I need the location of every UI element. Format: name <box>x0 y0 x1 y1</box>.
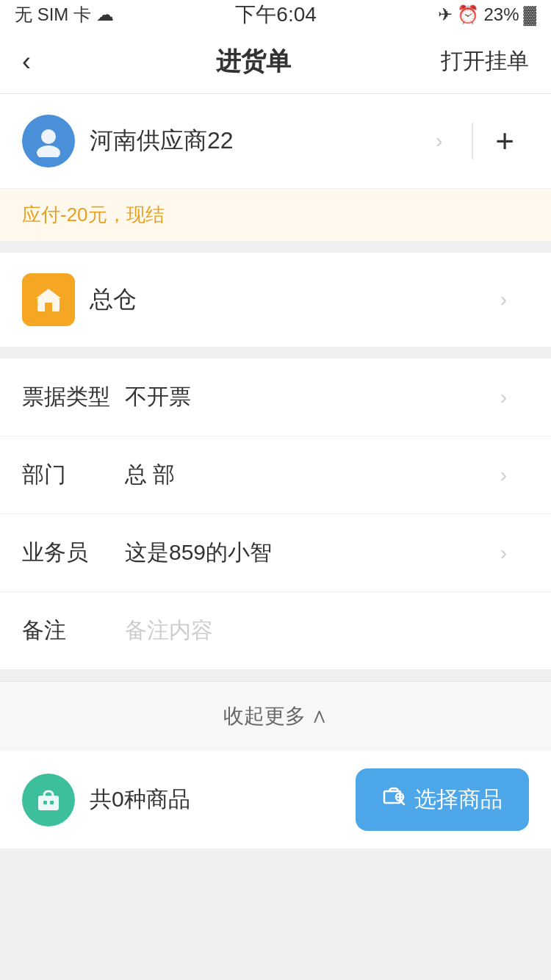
remark-input[interactable]: 备注内容 <box>110 616 529 646</box>
empty-space <box>0 849 551 980</box>
supplier-avatar <box>22 115 75 167</box>
form-row-remark[interactable]: 备注 备注内容 <box>0 592 551 669</box>
back-button[interactable]: ‹ <box>22 46 66 77</box>
select-product-button[interactable]: 选择商品 <box>356 768 529 831</box>
form-row-invoice[interactable]: 票据类型 不开票 › <box>0 359 551 436</box>
status-left: 无 SIM 卡 ☁ <box>15 3 114 26</box>
supplier-section: 河南供应商22 › + 应付-20元，现结 <box>0 94 551 241</box>
notice-text: 应付-20元，现结 <box>22 203 165 226</box>
warehouse-icon <box>22 273 75 326</box>
status-bar: 无 SIM 卡 ☁ 下午6:04 ✈ ⏰ 23% ▓ <box>0 0 551 29</box>
svg-point-0 <box>41 129 56 144</box>
select-product-icon <box>382 785 406 814</box>
content-area: 河南供应商22 › + 应付-20元，现结 总仓 › 票据类型 不开票 <box>0 94 551 980</box>
sim-label: 无 SIM 卡 ☁ <box>15 3 114 26</box>
collapse-text: 收起更多 ∧ <box>223 702 328 730</box>
status-time: 下午6:04 <box>235 1 317 29</box>
warehouse-name: 总仓 <box>90 284 500 316</box>
product-count: 共0种商品 <box>90 785 356 815</box>
status-right: ✈ ⏰ 23% ▓ <box>438 4 536 25</box>
form-row-salesperson[interactable]: 业务员 这是859的小智 › <box>0 514 551 592</box>
page-title: 进货单 <box>216 45 291 79</box>
supplier-row[interactable]: 河南供应商22 › + <box>0 94 551 189</box>
location-icon: ✈ <box>438 4 453 25</box>
invoice-label: 票据类型 <box>22 382 110 412</box>
invoice-value: 不开票 <box>110 382 500 412</box>
collapse-bar[interactable]: 收起更多 ∧ <box>0 681 551 751</box>
form-section: 票据类型 不开票 › 部门 总 部 › 业务员 这是859的小智 › 备注 备注… <box>0 359 551 669</box>
svg-rect-6 <box>43 801 47 804</box>
department-label: 部门 <box>22 460 110 490</box>
svg-rect-4 <box>45 303 52 311</box>
supplier-arrow-icon: › <box>436 129 442 153</box>
battery-icon: ▓ <box>524 4 537 25</box>
svg-marker-3 <box>36 289 61 298</box>
nav-bar: ‹ 进货单 打开挂单 <box>0 29 551 94</box>
svg-rect-5 <box>38 796 59 810</box>
notice-bar: 应付-20元，现结 <box>0 189 551 241</box>
supplier-name: 河南供应商22 <box>90 125 436 157</box>
salesperson-value: 这是859的小智 <box>110 538 500 568</box>
supplier-divider <box>472 123 473 159</box>
warehouse-arrow-icon: › <box>500 288 507 311</box>
battery-label: 23% <box>483 4 519 25</box>
alarm-icon: ⏰ <box>457 4 479 25</box>
add-supplier-button[interactable]: + <box>480 125 529 157</box>
department-value: 总 部 <box>110 460 500 490</box>
open-hang-button[interactable]: 打开挂单 <box>441 46 529 76</box>
salesperson-label: 业务员 <box>22 538 110 568</box>
svg-point-1 <box>37 145 60 157</box>
bottom-bar: 共0种商品 选择商品 <box>0 751 551 849</box>
department-arrow-icon: › <box>500 464 507 487</box>
select-product-label: 选择商品 <box>414 785 503 815</box>
svg-rect-7 <box>50 801 54 804</box>
warehouse-section[interactable]: 总仓 › <box>0 253 551 347</box>
invoice-arrow-icon: › <box>500 386 507 409</box>
salesperson-arrow-icon: › <box>500 541 507 565</box>
form-row-department[interactable]: 部门 总 部 › <box>0 436 551 514</box>
product-icon <box>22 774 75 826</box>
warehouse-row[interactable]: 总仓 › <box>0 253 551 347</box>
remark-label: 备注 <box>22 616 110 646</box>
